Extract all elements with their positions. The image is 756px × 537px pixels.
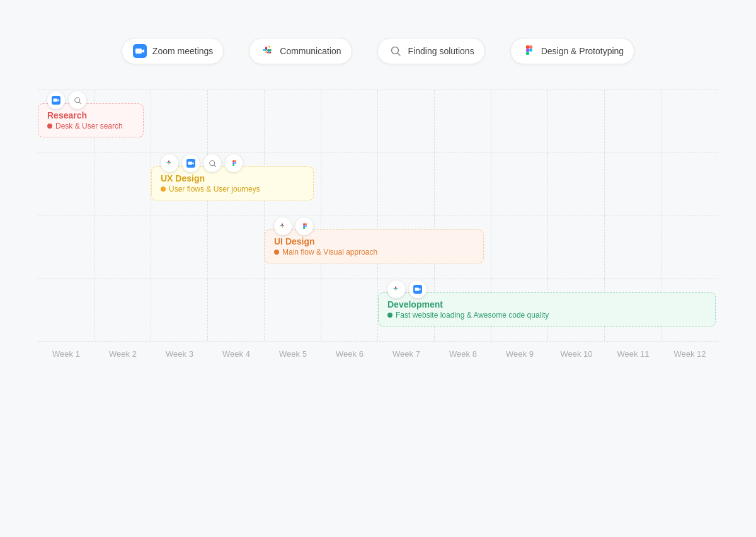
svg-rect-17 [232,164,234,166]
research-dot [47,124,52,129]
tool-search-label: Finding solutions [408,46,474,56]
ui-subtitle: Main flow & Visual approach [274,248,474,257]
tool-figma-label: Design & Prototyping [541,46,624,56]
ui-icons [274,217,313,235]
figma-icon [521,43,536,59]
task-ux[interactable]: UX Design User flows & User journeys [151,166,314,200]
swim-lane-2 [38,153,718,216]
zoom-float-icon [47,91,65,109]
svg-rect-23 [303,227,305,229]
week-5: Week 5 [265,349,321,359]
svg-point-16 [234,162,236,164]
dev-icons [387,280,427,298]
slack-float-icon-dev [387,280,405,298]
tool-slack[interactable]: Communication [249,38,352,64]
svg-rect-19 [303,223,305,225]
svg-rect-4 [529,45,532,49]
svg-point-9 [74,97,79,102]
svg-rect-13 [232,160,234,162]
search-float-icon-ux [203,154,221,172]
week-labels: Week 1 Week 2 Week 3 Week 4 Week 5 Week … [38,349,718,359]
task-ui[interactable]: UI Design Main flow & Visual approach [265,229,484,263]
search-icon [388,43,403,59]
svg-point-2 [391,47,398,54]
slack-float-icon-ux [161,154,178,172]
research-icons [47,91,86,109]
svg-rect-21 [303,225,305,227]
figma-float-icon-ux [225,154,243,172]
gantt-container: Research Desk & User search [38,90,718,371]
svg-rect-7 [526,52,529,55]
zoom-icon [132,43,147,59]
ux-dot [161,187,166,192]
research-title: Research [47,110,134,120]
tool-slack-label: Communication [280,46,341,56]
ux-title: UX Design [161,173,304,183]
svg-point-22 [305,225,307,227]
svg-rect-15 [232,162,234,164]
slack-icon [260,43,275,59]
tool-search[interactable]: Finding solutions [377,38,485,64]
tools-bar: Zoom meetings Communication Findi [0,0,756,90]
dev-subtitle: Fast website loading & Awesome code qual… [387,311,706,320]
week-11: Week 11 [605,349,662,359]
ux-subtitle: User flows & User journeys [161,185,304,193]
ui-title: UI Design [274,236,474,246]
svg-rect-20 [305,223,307,225]
week-12: Week 12 [662,349,718,359]
week-9: Week 9 [491,349,548,359]
dev-dot [387,313,392,318]
zoom-float-icon-ux [182,154,200,172]
slack-float-icon-ui [274,217,292,235]
svg-rect-14 [234,160,236,162]
task-research[interactable]: Research Desk & User search [38,103,144,137]
search-float-icon [69,91,86,109]
svg-rect-5 [526,49,529,52]
zoom-float-icon-dev [409,280,427,298]
figma-float-icon-ui [295,217,313,235]
task-dev[interactable]: Development Fast website loading & Aweso… [378,292,716,326]
week-10: Week 10 [548,349,605,359]
week-8: Week 8 [435,349,491,359]
tool-zoom-label: Zoom meetings [152,46,213,56]
research-subtitle: Desk & User search [47,122,134,130]
week-2: Week 2 [94,349,151,359]
svg-rect-3 [526,45,529,49]
dev-title: Development [387,299,706,309]
svg-point-6 [529,49,532,52]
tool-figma[interactable]: Design & Prototyping [510,38,635,64]
svg-point-12 [209,160,214,165]
week-6: Week 6 [321,349,378,359]
ux-icons [161,154,243,172]
week-7: Week 7 [378,349,435,359]
week-1: Week 1 [38,349,94,359]
week-4: Week 4 [208,349,265,359]
week-3: Week 3 [151,349,208,359]
ui-dot [274,250,279,255]
tool-zoom[interactable]: Zoom meetings [122,38,224,64]
